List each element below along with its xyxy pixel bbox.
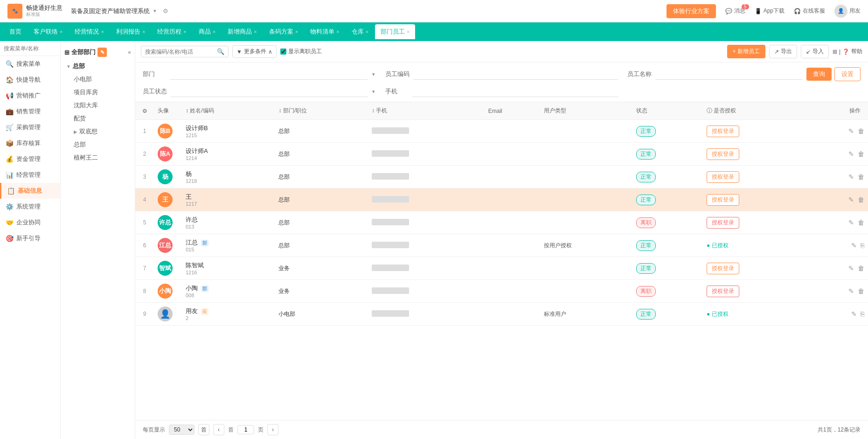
sidebar-item-finance[interactable]: 💰 资金管理 [0,151,60,167]
sidebar-item-mgmt[interactable]: 📊 经营管理 [0,167,60,183]
filter-phone-input[interactable] [412,86,618,97]
edit-btn-7[interactable]: ✎ [848,265,854,272]
user-area[interactable]: 👤 用友 [834,5,861,18]
dept-item-distribution[interactable]: 配货 [68,112,135,125]
add-employee-button[interactable]: + 新增员工 [727,45,765,58]
edit-btn-4[interactable]: ✎ [848,196,854,203]
more-conditions-button[interactable]: ▼ 更多条件 ∧ [232,45,277,58]
sidebar-item-sales[interactable]: 💼 销售管理 [0,104,60,119]
sidebar-item-system[interactable]: ⚙️ 系统管理 [0,199,60,215]
auth-btn-1[interactable]: 授权登录 [707,125,739,137]
delete-btn-2[interactable]: 🗑 [858,150,864,158]
auth-btn-2[interactable]: 授权登录 [707,148,739,160]
tab-employee-close[interactable]: × [407,29,410,35]
export-button[interactable]: ↗ 导出 [769,45,797,58]
dept-item-hq[interactable]: ▼ 总部 [61,60,135,73]
dept-item-double[interactable]: ▶ 双底想 [68,125,135,138]
auth-btn-8[interactable]: 授权登录 [707,286,739,297]
auth-btn-5[interactable]: 授权登录 [707,217,739,229]
tab-operation-close[interactable]: × [101,29,104,35]
prev-page-button[interactable]: ‹ [213,424,224,435]
dept-item-small-elec[interactable]: 小电部 [68,73,135,86]
search-input[interactable] [145,49,215,55]
edit-btn-8[interactable]: ✎ [848,287,854,295]
edit-btn-9[interactable]: ✎ [851,310,857,318]
delete-btn-4[interactable]: 🗑 [858,196,864,203]
dept-item-headquarters[interactable]: 总部 [68,138,135,151]
edit-btn-2[interactable]: ✎ [848,150,854,158]
tab-home[interactable]: 首页 [4,24,27,39]
edit-btn-1[interactable]: ✎ [848,127,854,135]
tab-barcode-close[interactable]: × [295,29,298,35]
tab-history-close[interactable]: × [183,29,186,35]
trial-button[interactable]: 体验行业方案 [667,4,716,18]
tab-barcode[interactable]: 条码方案 × [264,24,304,39]
delete-btn-5[interactable]: 🗑 [858,219,864,226]
col-dept[interactable]: ↕ 部门/职位 [275,102,368,120]
tab-add-goods-close[interactable]: × [254,29,257,35]
filter-status-select[interactable] [171,86,368,97]
tab-bom[interactable]: 物料清单 × [305,24,345,39]
first-page-button[interactable]: 首 [198,424,209,435]
tab-bom-close[interactable]: × [336,29,339,35]
tab-profit[interactable]: 利润报告 × [111,24,151,39]
delete-btn-3[interactable]: 🗑 [858,173,864,181]
help-icon[interactable]: ❓ [842,49,849,55]
show-resigned-checkbox[interactable] [280,49,286,55]
sidebar-item-guide[interactable]: 🎯 新手引导 [0,230,60,246]
show-resigned-label[interactable]: 显示离职员工 [280,48,322,56]
sidebar-item-basic[interactable]: 📋 基础信息 [0,183,60,199]
dept-item-project[interactable]: 项目库房 [68,86,135,99]
sidebar-item-collab[interactable]: 🤝 企业协同 [0,215,60,230]
edit-btn-5[interactable]: ✎ [848,219,854,226]
dropdown-arrow-icon[interactable]: ▼ [153,8,157,14]
tab-profit-close[interactable]: × [142,29,145,35]
sidebar-item-marketing[interactable]: 📢 营销推广 [0,88,60,104]
import-button[interactable]: ↙ 导入 [801,45,829,58]
online-service-item[interactable]: 🎧 在线客服 [794,7,825,15]
tab-customer-close[interactable]: × [60,29,62,35]
dept-edit-icon[interactable]: ✎ [97,48,107,57]
delete-btn-7[interactable]: 🗑 [858,265,864,272]
tab-warehouse[interactable]: 仓库 × [346,24,374,39]
next-page-button[interactable]: › [267,424,278,435]
dept-item-plant-tree[interactable]: 植树王二 [68,151,135,164]
filter-dept-select[interactable] [170,69,368,80]
search-icon[interactable]: 🔍 [217,48,224,55]
page-size-select[interactable]: 50 100 200 [169,425,194,435]
auth-btn-4[interactable]: 授权登录 [707,194,739,206]
settings-button[interactable]: 设置 [834,67,861,81]
tab-warehouse-close[interactable]: × [366,29,368,35]
dept-collapse-icon[interactable]: « [128,49,131,56]
col-settings[interactable]: ⚙ [135,102,154,120]
tab-customer[interactable]: 客户联络 × [28,24,68,39]
auth-btn-3[interactable]: 授权登录 [707,171,739,183]
message-icon-item[interactable]: 💬 5 消息 [725,7,745,15]
copy-btn-9[interactable]: ⎘ [861,310,864,318]
view-icon[interactable]: ⊞ [833,49,837,55]
dept-item-shenyang[interactable]: 沈阳大库 [68,99,135,112]
sidebar-item-inventory[interactable]: 📦 库存核算 [0,135,60,151]
delete-btn-8[interactable]: 🗑 [858,287,864,295]
tab-goods-close[interactable]: × [213,29,215,35]
search-button[interactable]: 查询 [806,68,832,81]
edit-btn-3[interactable]: ✎ [848,173,854,181]
settings-icon[interactable]: ⚙ [163,7,168,14]
page-number-input[interactable] [237,425,254,434]
sidebar-item-quicknav[interactable]: 🏠 快捷导航 [0,72,60,88]
tab-employee[interactable]: 部门员工 × [375,24,415,39]
sidebar-item-purchase[interactable]: 🛒 采购管理 [0,119,60,135]
col-phone[interactable]: ↕ 手机 [368,102,485,120]
delete-btn-1[interactable]: 🗑 [858,127,864,135]
app-download-item[interactable]: 📱 App下载 [755,7,785,15]
tab-goods[interactable]: 商品 × [193,24,221,39]
auth-btn-7[interactable]: 授权登录 [707,263,739,274]
copy-btn-6[interactable]: ⎘ [861,242,864,249]
sidebar-search-input[interactable] [4,45,61,52]
filter-empcode-input[interactable] [413,69,618,80]
edit-btn-6[interactable]: ✎ [851,242,857,249]
col-name-code[interactable]: ↕ 姓名/编码 [182,102,275,120]
tab-history[interactable]: 经营历程 × [152,24,192,39]
sidebar-item-search[interactable]: 🔍 搜索菜单 [0,56,60,72]
tab-operation[interactable]: 经营情况 × [69,24,109,39]
